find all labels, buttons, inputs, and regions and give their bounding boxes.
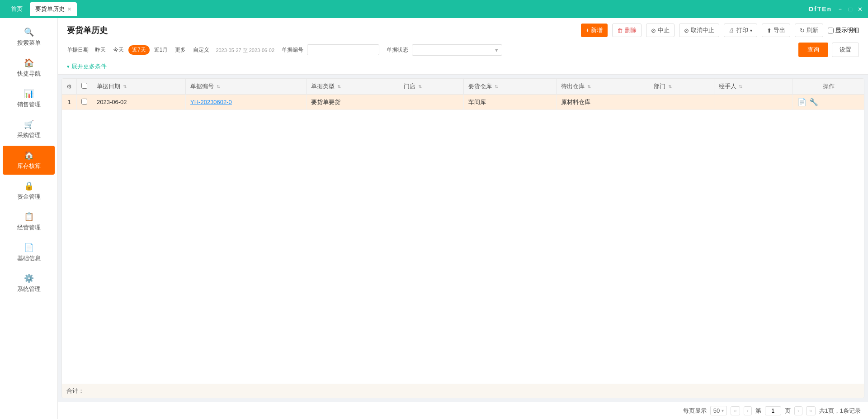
stop-label: 中止 [658,26,670,34]
cell-pending-warehouse: 原材料仓库 [557,95,649,110]
date-filter-1month[interactable]: 近1月 [151,45,171,55]
table-section: ⚙ 单据日期 ⇅ 单据编号 ⇅ [61,78,864,398]
show-detail-label[interactable]: 显示明细 [828,26,859,34]
table-container[interactable]: ⚙ 单据日期 ⇅ 单据编号 ⇅ [62,79,864,384]
col-department[interactable]: 部门 ⇅ [649,79,714,95]
page-number-input[interactable] [765,406,781,415]
next-page-btn[interactable]: › [794,406,802,415]
col-pending-warehouse[interactable]: 待出仓库 ⇅ [557,79,649,95]
sort-req-warehouse-icon: ⇅ [495,84,498,89]
doc-number-link[interactable]: YH-20230602-0 [190,99,232,105]
sort-handler-icon: ⇅ [739,84,742,89]
doc-status-select[interactable]: ▾ [412,44,502,56]
window-close-btn[interactable]: ✕ [858,6,863,13]
sidebar-item-finance[interactable]: 🔒 资金管理 [3,176,55,205]
sort-department-icon: ⇅ [668,84,672,89]
sort-doc-date-icon: ⇅ [123,84,127,89]
sidebar-item-quick-nav[interactable]: 🏠 快捷导航 [3,53,55,82]
col-doc-date[interactable]: 单据日期 ⇅ [92,79,186,95]
window-maximize-btn[interactable]: □ [849,6,852,13]
sidebar-item-inventory[interactable]: 🏠 库存核算 [3,146,55,175]
show-detail-checkbox[interactable] [828,28,834,33]
new-button[interactable]: + 新增 [581,24,608,37]
sidebar-item-search-menu[interactable]: 🔍 搜索菜单 [3,23,55,52]
tab-home-label: 首页 [11,5,23,13]
col-store[interactable]: 门店 ⇅ [399,79,463,95]
last-page-btn[interactable]: » [806,406,816,415]
doc-number-input[interactable] [307,44,379,55]
window-minimize-btn[interactable]: － [837,5,843,13]
col-checkbox[interactable] [77,79,92,95]
cancel-stop-button[interactable]: ⊘ 取消中止 [679,24,719,37]
sidebar: 🔍 搜索菜单 🏠 快捷导航 📊 销售管理 🛒 采购管理 🏠 库存核算 🔒 资金管… [0,18,58,419]
refresh-button[interactable]: ↻ 刷新 [795,24,823,37]
cell-store [399,95,463,110]
doc-status-dropdown-icon: ▾ [495,47,498,53]
page-size-select[interactable]: 50 ▾ [710,406,727,415]
export-label: 导出 [774,26,785,34]
print-button[interactable]: 🖨 打印 ▾ [724,24,757,37]
select-all-checkbox[interactable] [81,83,87,89]
cell-doc-date: 2023-06-02 [92,95,186,110]
purchase-icon: 🛒 [24,119,34,129]
col-doc-type[interactable]: 单据类型 ⇅ [306,79,399,95]
page-title-row: 要货单历史 + 新增 🗑 删除 ⊘ 中止 ⊘ 取消中止 [67,24,859,37]
first-page-btn[interactable]: « [731,406,740,415]
sidebar-item-quick-nav-label: 快捷导航 [17,70,41,78]
cell-department [649,95,714,110]
quick-nav-icon: 🏠 [24,58,34,68]
date-filter-more[interactable]: 更多 [172,45,189,55]
top-bar-right: OfTEn － □ ✕ [808,5,863,13]
filter-row2: ▾ 展开更多条件 [67,61,859,74]
table-header-row: ⚙ 单据日期 ⇅ 单据编号 ⇅ [62,79,864,95]
row-view-btn[interactable]: 📄 [797,98,807,106]
prev-page-btn[interactable]: ‹ [744,406,752,415]
finance-icon: 🔒 [24,181,34,191]
row-edit-btn[interactable]: 🔧 [809,98,818,106]
total-info: 共1页，1条记录 [819,407,861,415]
date-filters: 昨天 今天 近7天 近1月 更多 自定义 [92,45,212,55]
date-filter-yesterday[interactable]: 昨天 [92,45,108,55]
page-size-dropdown-icon: ▾ [722,408,724,413]
sales-icon: 📊 [24,89,34,99]
date-filter-7days[interactable]: 近7天 [128,45,150,55]
date-filter-custom[interactable]: 自定义 [190,45,212,55]
col-doc-number[interactable]: 单据编号 ⇅ [186,79,307,95]
cell-req-warehouse: 车间库 [464,95,557,110]
row-checkbox[interactable] [81,99,87,105]
page-title: 要货单历史 [67,25,108,36]
sidebar-item-system-mgmt[interactable]: ⚙️ 系统管理 [3,269,55,298]
date-range-text: 2023-05-27 至 2023-06-02 [216,47,274,54]
main-layout: 🔍 搜索菜单 🏠 快捷导航 📊 销售管理 🛒 采购管理 🏠 库存核算 🔒 资金管… [0,18,868,419]
filter-settings-button[interactable]: 设置 [832,43,859,57]
table-footer: 合计： [62,384,864,398]
sidebar-item-purchase-mgmt[interactable]: 🛒 采购管理 [3,115,55,144]
cell-handler [714,95,793,110]
brand-label: OfTEn [808,5,832,13]
col-handler[interactable]: 经手人 ⇅ [714,79,793,95]
expand-more-button[interactable]: ▾ 展开更多条件 [67,61,107,72]
sidebar-item-sales-mgmt[interactable]: 📊 销售管理 [3,84,55,113]
toolbar: + 新增 🗑 删除 ⊘ 中止 ⊘ 取消中止 🖨 [581,24,859,37]
stop-button[interactable]: ⊘ 中止 [646,24,675,37]
sidebar-item-basic-info[interactable]: 📄 基础信息 [3,238,55,267]
tab-home[interactable]: 首页 [5,2,28,16]
query-button[interactable]: 查询 [798,43,828,57]
print-dropdown-icon: ▾ [750,28,752,33]
doc-status-label: 单据状态 [387,46,408,54]
delete-icon: 🗑 [617,27,623,34]
tab-close-icon[interactable]: ✕ [67,6,71,12]
col-settings[interactable]: ⚙ [62,79,77,95]
sidebar-item-operations[interactable]: 📋 经营管理 [3,207,55,236]
delete-button[interactable]: 🗑 删除 [612,24,642,37]
cancel-stop-label: 取消中止 [691,26,714,34]
tab-requisition-history[interactable]: 要货单历史 ✕ [30,2,77,16]
export-button[interactable]: ⬆ 导出 [762,24,790,37]
filter-row: 单据日期 昨天 今天 近7天 近1月 更多 自定义 2023-05-27 至 2… [67,43,859,57]
col-req-warehouse[interactable]: 要货仓库 ⇅ [464,79,557,95]
cancel-stop-icon: ⊘ [684,27,689,34]
date-filter-group: 单据日期 昨天 今天 近7天 近1月 更多 自定义 2023-05-27 至 2… [67,45,274,55]
refresh-label: 刷新 [807,26,818,34]
cell-checkbox[interactable] [77,95,92,110]
date-filter-today[interactable]: 今天 [110,45,127,55]
